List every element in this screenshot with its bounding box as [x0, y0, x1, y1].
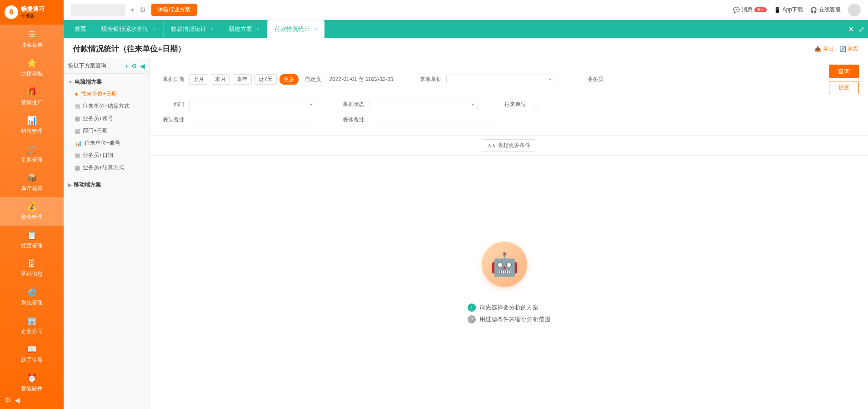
sidebar-item-operation[interactable]: 📋 经营管理 — [0, 226, 64, 254]
scheme-item-partner-settle[interactable]: ▦ 往来单位+结算方式 — [64, 100, 150, 112]
tab-receipts-stats[interactable]: 收款情况统计 × — [164, 20, 221, 38]
header-dropdown-icon[interactable]: ▾ — [131, 6, 134, 13]
main-content: ▾ ⚙ 体验行业方案 💬 消息 99+ 📱 App下载 🎧 在线客服 首页 — [64, 0, 868, 409]
close-bank-flow-icon[interactable]: × — [153, 27, 156, 32]
trial-industry-btn[interactable]: 体验行业方案 — [151, 4, 197, 16]
app-download-item[interactable]: 📱 App下载 — [774, 6, 803, 14]
dept-select[interactable]: ▾ — [189, 100, 316, 109]
online-service-item[interactable]: 🎧 在线客服 — [810, 6, 841, 14]
partner-date-icon: ● — [75, 91, 78, 97]
page-header: 付款情况统计（往来单位+日期） 📤 导出 🔄 刷新 — [64, 38, 868, 58]
close-payment-stats-icon[interactable]: × — [314, 27, 317, 32]
tab-home[interactable]: 首页 — [67, 20, 94, 38]
scheme-item-partner-account[interactable]: 📊 往来单位+账号 — [64, 137, 150, 149]
tab-maximize-btn[interactable]: ⤢ — [858, 25, 864, 34]
dept-dropdown-icon: ▾ — [310, 102, 312, 107]
partner-dots[interactable]: ... — [534, 101, 539, 108]
scheme-item-salesman-account[interactable]: ▦ 业务员+账号 — [64, 112, 150, 125]
tab-new-scheme[interactable]: 新建方案 × — [221, 20, 267, 38]
filter-row-3: 表头备注 表体备注 — [159, 115, 859, 125]
voucher-status-label: 单据状态 — [339, 101, 364, 108]
mobile-scheme-group-header[interactable]: ▶ 移动端方案 — [64, 179, 150, 191]
sidebar-item-capital[interactable]: 💰 资金管理 — [0, 197, 64, 226]
header-left: ▾ ⚙ 体验行业方案 — [71, 4, 197, 16]
export-btn[interactable]: 📤 导出 — [814, 45, 834, 53]
date-btn-custom[interactable]: 自定义 — [301, 75, 325, 84]
notifications-item[interactable]: 💬 消息 99+ — [733, 6, 767, 14]
page-title: 付款情况统计（往来单位+日期） — [73, 44, 185, 54]
voucher-status-dropdown-icon: ▾ — [472, 102, 474, 107]
empty-robot-icon: 🤖 — [482, 242, 527, 287]
top-header: ▾ ⚙ 体验行业方案 💬 消息 99+ 📱 App下载 🎧 在线客服 — [64, 0, 868, 20]
tab-bar: 首页 现金银行流水查询 × 收款情况统计 × 新建方案 × 付款情况统计 × ✕… — [64, 20, 868, 38]
desktop-group-arrow: ▼ — [68, 80, 73, 85]
date-btn-last-month[interactable]: 上月 — [189, 74, 208, 85]
tab-close-all-btn[interactable]: ✕ — [848, 25, 854, 34]
sidebar-item-inventory[interactable]: 📦 库存核算 — [0, 168, 64, 197]
sidebar-item-search-menu[interactable]: ☰ 搜索菜单 — [0, 25, 64, 54]
head-note-label: 表头备注 — [159, 116, 185, 124]
sidebar-item-smart-hw[interactable]: ⏰ 智能硬件 — [0, 369, 64, 391]
content-area: 按以下方案查询 + ⚙ ◀ ▼ 电脑端方案 ● 往来单位+日期 ▦ — [64, 58, 868, 409]
sidebar-item-marketing[interactable]: 🎁 营销推广 — [0, 82, 64, 111]
purchase-icon: 🛒 — [27, 144, 37, 154]
sidebar-logo: 6 畅捷通巧 标准版 — [0, 0, 64, 25]
sidebar-item-enterprise[interactable]: 🏢 企业协同 — [0, 311, 64, 340]
date-label: 单据日期 — [159, 76, 185, 83]
sidebar-item-quick-nav[interactable]: ⭐ 快捷导航 — [0, 54, 64, 82]
close-new-scheme-icon[interactable]: × — [257, 27, 259, 32]
source-select[interactable]: ▾ — [446, 75, 555, 84]
marketing-icon: 🎁 — [27, 87, 37, 97]
source-label: 来源单据 — [416, 76, 442, 83]
collapse-more-btn[interactable]: ∧∧ 收起更多条件 — [482, 139, 536, 151]
scheme-panel-header: 按以下方案查询 + ⚙ ◀ — [64, 58, 150, 74]
desktop-scheme-group-header[interactable]: ▼ 电脑端方案 — [64, 76, 150, 88]
sidebar-item-system[interactable]: ⚙️ 系统管理 — [0, 283, 64, 311]
sidebar-item-sales[interactable]: 📊 销售管理 — [0, 111, 64, 140]
sidebar-item-beginner[interactable]: 📖 新手引导 — [0, 340, 64, 369]
scheme-add-btn[interactable]: + — [125, 62, 129, 70]
export-icon: 📤 — [814, 46, 821, 52]
dept-date-icon: ▦ — [75, 127, 80, 134]
header-settings-icon[interactable]: ⚙ — [140, 5, 146, 14]
tab-payment-stats[interactable]: 付款情况统计 × — [267, 20, 325, 38]
body-note-input[interactable] — [373, 115, 500, 125]
date-btn-this-year[interactable]: 本年 — [233, 74, 252, 85]
desktop-scheme-group: ▼ 电脑端方案 ● 往来单位+日期 ▦ 往来单位+结算方式 ▦ 业务员+账号 ▦ — [64, 74, 150, 177]
close-receipts-icon[interactable]: × — [211, 27, 214, 32]
scheme-item-partner-date[interactable]: ● 往来单位+日期 — [64, 88, 150, 100]
tab-bank-flow[interactable]: 现金银行流水查询 × — [94, 20, 164, 38]
hint-num-2: 2 — [468, 315, 476, 323]
sales-icon: 📊 — [27, 116, 37, 126]
sidebar-item-basic-info[interactable]: 🗄 基础信息 — [0, 254, 64, 283]
voucher-status-select[interactable]: ▾ — [369, 100, 478, 109]
date-btn-this-month[interactable]: 本月 — [211, 74, 230, 85]
scheme-item-salesman-date[interactable]: ▦ 业务员+日期 — [64, 149, 150, 162]
sidebar-item-purchase[interactable]: 🛒 采购管理 — [0, 140, 64, 168]
head-note-input[interactable] — [189, 115, 316, 125]
sidebar-settings-btn[interactable]: ⚙ — [5, 396, 11, 404]
search-menu-icon: ☰ — [28, 30, 35, 40]
user-avatar[interactable] — [848, 4, 861, 16]
setting-btn[interactable]: 设置 — [829, 81, 859, 94]
scheme-item-dept-date[interactable]: ▦ 部门+日期 — [64, 125, 150, 137]
date-btn-7days[interactable]: 近7天 — [254, 74, 277, 85]
date-options: 上月 本月 本年 近7天 更多 自定义 2022-01-01 至 2022-12… — [189, 74, 394, 85]
scheme-settings-btn[interactable]: ⚙ — [131, 62, 137, 70]
sidebar-collapse-btn[interactable]: ◀ — [15, 396, 20, 404]
tabs-actions: ✕ ⤢ — [848, 25, 864, 34]
refresh-btn[interactable]: 🔄 刷新 — [839, 45, 859, 53]
source-dropdown-icon: ▾ — [549, 77, 551, 82]
salesman-account-icon: ▦ — [75, 115, 80, 122]
message-icon: 💬 — [733, 7, 740, 13]
capital-icon: 💰 — [27, 202, 37, 212]
hint-num-1: 1 — [468, 303, 476, 312]
date-btn-more[interactable]: 更多 — [279, 74, 299, 85]
empty-state: 🤖 1 请先选择要分析的方案 2 用过滤条件来缩小分析范围 — [150, 156, 868, 409]
scheme-collapse-btn[interactable]: ◀ — [140, 62, 145, 70]
collapse-up-icon: ∧∧ — [488, 142, 496, 149]
date-range: 2022-01-01 至 2022-12-31 — [329, 76, 394, 83]
smart-hw-icon: ⏰ — [27, 373, 37, 383]
scheme-item-salesman-settle[interactable]: ▦ 业务员+结算方式 — [64, 162, 150, 174]
query-btn[interactable]: 查询 — [829, 65, 859, 78]
